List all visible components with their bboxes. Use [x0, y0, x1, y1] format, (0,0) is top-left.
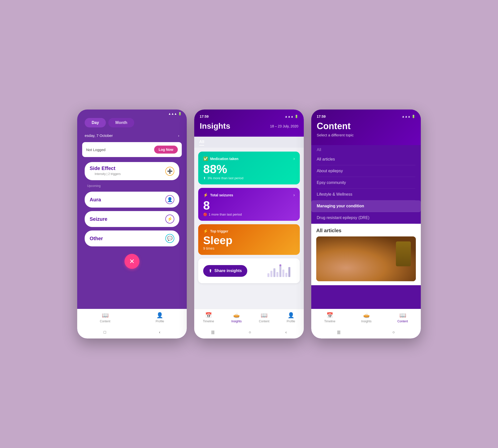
- phone2-header: 17:59 ▲▲▲ 🔋 Insights 18 – 23 July, 2020: [194, 110, 304, 137]
- insights-title-row: Insights 18 – 23 July, 2020: [200, 121, 298, 131]
- nav-profile-1[interactable]: 👤 Profile: [156, 312, 164, 323]
- other-icon: 💬: [165, 234, 174, 243]
- android-back-2[interactable]: ‹: [285, 330, 287, 335]
- phone1-main: Day Month esday, 7 October › Not Logged …: [77, 118, 187, 269]
- other-pill[interactable]: Other 💬: [85, 230, 179, 246]
- article-image[interactable]: [316, 236, 416, 281]
- seizures-count: 8: [203, 200, 295, 212]
- seizures-title-row: ⚡ Total seizures: [203, 193, 233, 197]
- nav-insights-2[interactable]: 🥧 Insights: [231, 312, 242, 323]
- phone3-bottom-nav: 📅 Timeline 🥧 Insights 📖 Content: [311, 309, 421, 326]
- battery-2: 🔋: [295, 115, 298, 118]
- medication-chevron-icon: ›: [293, 156, 295, 161]
- status-time-2: 17:59: [200, 114, 209, 118]
- android-square-2[interactable]: ○: [249, 330, 251, 335]
- android-back-1[interactable]: ‹: [159, 330, 160, 335]
- timeline-nav-icon-2: 📅: [205, 312, 212, 319]
- seizures-chevron-icon: ›: [293, 192, 295, 198]
- content-page-title: Content: [317, 121, 415, 131]
- topic-about-epilepsy[interactable]: About epilepsy: [317, 165, 415, 177]
- side-effect-pill[interactable]: Side Effect Intensity | 2 triggers ➕: [85, 162, 179, 180]
- nav-profile-2[interactable]: 👤 Profile: [287, 312, 295, 323]
- nav-content-2[interactable]: 📖 Content: [259, 312, 269, 323]
- insights-nav-icon-3: 🥧: [363, 312, 370, 319]
- nav-insights-3[interactable]: 🥧 Insights: [361, 312, 372, 323]
- topic-all-heading[interactable]: All: [317, 145, 415, 154]
- content-nav-icon-2: 📖: [261, 312, 267, 319]
- bottle-image: [396, 241, 411, 266]
- nav-timeline-3[interactable]: 📅 Timeline: [324, 312, 335, 323]
- insights-nav-label-3: Insights: [361, 320, 372, 323]
- seizures-card[interactable]: ⚡ Total seizures › 8 🔴 1 more than last …: [198, 188, 300, 221]
- topic-all-articles[interactable]: All articles: [317, 154, 415, 165]
- month-toggle-button[interactable]: Month: [108, 118, 134, 127]
- aura-pill[interactable]: Aura 👤: [85, 192, 179, 208]
- share-label: Share insights: [214, 269, 242, 273]
- nav-content-1[interactable]: 📖 Content: [100, 312, 110, 323]
- android-square-3[interactable]: ○: [392, 330, 395, 335]
- status-bar-2: 17:59 ▲▲▲ 🔋: [200, 113, 298, 119]
- trigger-title-row: ⚡ Top trigger: [203, 229, 295, 233]
- filter-row: All: [194, 137, 304, 148]
- android-lines-3[interactable]: |||: [337, 330, 340, 335]
- share-insights-button[interactable]: ⬆ Share insights: [203, 265, 247, 277]
- battery-1: 🔋: [178, 112, 182, 115]
- day-toggle-button[interactable]: Day: [85, 118, 106, 127]
- content-nav-label-2: Content: [259, 320, 269, 323]
- battery-3: 🔋: [412, 115, 415, 118]
- trigger-icon: ⚡: [203, 229, 208, 233]
- phone-1: ▲▲▲ 🔋 Day Month esday, 7 October › Not L…: [77, 110, 187, 338]
- svg-point-8: [279, 264, 281, 266]
- android-nav-3: ||| ○: [311, 326, 421, 338]
- close-fab-button[interactable]: ✕: [124, 254, 139, 269]
- timeline-nav-label-2: Timeline: [203, 320, 214, 323]
- insights-nav-label-2: Insights: [231, 320, 242, 323]
- date-chevron-icon[interactable]: ›: [178, 133, 179, 138]
- android-nav-2: ||| ○ ‹: [194, 326, 304, 338]
- svg-rect-1: [270, 271, 272, 277]
- nav-timeline-2[interactable]: 📅 Timeline: [203, 312, 214, 323]
- medication-card[interactable]: ✅ Medication taken › 88% ⬆ 3% more than …: [198, 152, 300, 184]
- content-nav-icon-3: 📖: [399, 312, 406, 319]
- topic-epsy-community[interactable]: Epsy community: [317, 177, 415, 189]
- all-filter-tab[interactable]: All: [199, 139, 204, 146]
- status-bar-3: 17:59 ▲▲▲ 🔋: [317, 113, 415, 119]
- seizure-icon: ⚡: [165, 215, 174, 224]
- insights-date-range: 18 – 23 July, 2020: [270, 124, 298, 128]
- status-bar-1: ▲▲▲ 🔋: [77, 110, 187, 118]
- android-square-1[interactable]: □: [104, 330, 106, 335]
- topic-dre[interactable]: Drug resistant epilepsy (DRE): [317, 212, 415, 224]
- medication-percentage: 88%: [203, 163, 295, 175]
- trigger-label: Top trigger: [210, 229, 228, 233]
- svg-rect-2: [273, 268, 275, 277]
- medication-title: Medication taken: [210, 157, 239, 161]
- insights-nav-icon-2: 🥧: [233, 312, 240, 319]
- hand-photo: [316, 236, 416, 281]
- aura-icon: 👤: [165, 195, 174, 204]
- svg-rect-0: [267, 273, 269, 277]
- intensity-row: Intensity | 2 triggers: [90, 171, 126, 177]
- chart-preview: [265, 263, 295, 278]
- screens-container: ▲▲▲ 🔋 Day Month esday, 7 October › Not L…: [62, 95, 436, 353]
- content-nav-icon-1: 📖: [102, 312, 109, 319]
- side-effect-label: Side Effect: [90, 166, 126, 171]
- signal-icons-1: ▲▲▲ 🔋: [168, 112, 182, 115]
- log-now-button[interactable]: Log Now: [154, 146, 178, 154]
- up-arrow-icon: ⬆: [203, 176, 206, 180]
- seizures-subtitle: 🔴 1 more than last period: [203, 213, 295, 216]
- seizures-card-header: ⚡ Total seizures ›: [203, 192, 295, 198]
- share-card: ⬆ Share insights: [198, 258, 300, 283]
- phone-3: 17:59 ▲▲▲ 🔋 Content Select a different t…: [311, 110, 421, 338]
- signal-3: ▲▲▲: [402, 115, 411, 118]
- signal-bars-1: ▲▲▲: [168, 112, 177, 115]
- nav-content-3[interactable]: 📖 Content: [397, 312, 408, 323]
- medication-subtitle: ⬆ 3% more than last period: [203, 176, 295, 180]
- upcom-label: Upcoming: [85, 184, 179, 188]
- medication-title-row: ✅ Medication taken: [203, 156, 239, 161]
- timeline-nav-icon-3: 📅: [326, 312, 333, 319]
- android-lines-2[interactable]: |||: [211, 330, 214, 335]
- trigger-card[interactable]: ⚡ Top trigger Sleep 9 times: [198, 224, 300, 255]
- seizure-pill[interactable]: Seizure ⚡: [85, 211, 179, 227]
- topic-lifestyle[interactable]: Lifestyle & Wellness: [317, 189, 415, 200]
- topic-managing-condition[interactable]: Managing your condition: [311, 200, 421, 212]
